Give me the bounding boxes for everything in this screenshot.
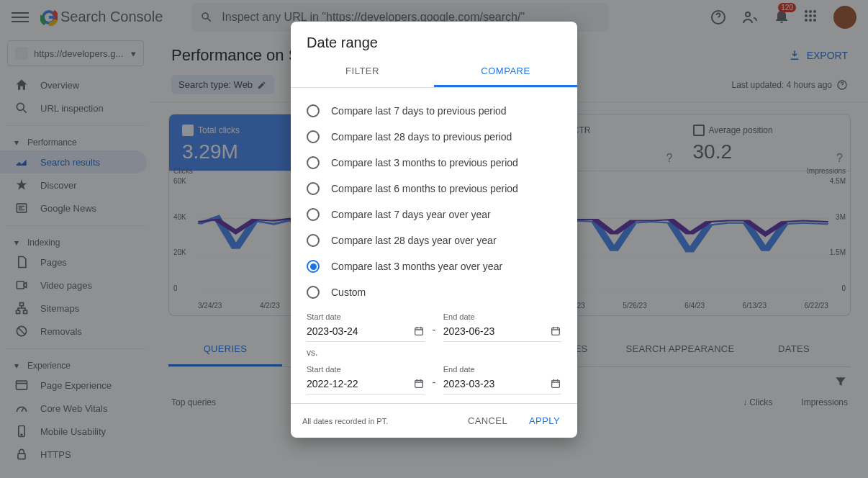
modal-tabs: FILTER COMPARE (291, 57, 577, 88)
compare-option-4[interactable]: Compare last 7 days year over year (307, 202, 561, 227)
modal-tab-compare[interactable]: COMPARE (434, 57, 577, 87)
compare-option-3[interactable]: Compare last 6 months to previous period (307, 176, 561, 202)
compare-option-1[interactable]: Compare last 28 days to previous period (307, 124, 561, 150)
date-range-dialog: Date range FILTER COMPARE Compare last 7… (291, 22, 577, 438)
radio-icon (307, 182, 320, 195)
vs-label: vs. (307, 348, 561, 358)
start-date-1[interactable]: Start date 2023-03-24 (307, 310, 425, 342)
cancel-button[interactable]: CANCEL (462, 411, 513, 430)
svg-rect-25 (415, 380, 423, 387)
svg-rect-24 (552, 328, 560, 335)
apply-button[interactable]: APPLY (523, 411, 566, 430)
start-date-2[interactable]: Start date 2022-12-22 (307, 362, 425, 394)
modal-note: All dates recorded in PT. (302, 417, 388, 425)
compare-option-5[interactable]: Compare last 28 days year over year (307, 227, 561, 253)
radio-icon (307, 208, 320, 221)
end-date-2[interactable]: End date 2023-03-23 (443, 362, 561, 394)
date-separator: - (432, 323, 435, 342)
date-separator: - (432, 376, 435, 394)
svg-rect-26 (552, 380, 560, 387)
modal-tab-filter[interactable]: FILTER (291, 57, 434, 87)
radio-icon (307, 104, 320, 117)
modal-footer: All dates recorded in PT. CANCEL APPLY (291, 403, 577, 438)
modal-title: Date range (291, 22, 577, 57)
compare-option-custom[interactable]: Custom (307, 279, 561, 305)
radio-icon (307, 234, 320, 247)
modal-scrim[interactable]: Date range FILTER COMPARE Compare last 7… (0, 0, 868, 478)
end-date-1[interactable]: End date 2023-06-23 (443, 310, 561, 342)
svg-rect-23 (415, 328, 423, 335)
radio-icon (307, 286, 320, 299)
calendar-icon (550, 325, 561, 337)
date-range-2: Start date 2022-12-22 - End date 2023-03… (307, 362, 561, 394)
calendar-icon (413, 378, 425, 389)
compare-option-0[interactable]: Compare last 7 days to previous period (307, 98, 561, 124)
radio-icon (307, 130, 320, 143)
compare-option-2[interactable]: Compare last 3 months to previous period (307, 150, 561, 176)
calendar-icon (413, 325, 425, 337)
modal-body: Compare last 7 days to previous period C… (291, 88, 577, 403)
compare-option-6[interactable]: Compare last 3 months year over year (307, 253, 561, 279)
calendar-icon (550, 378, 561, 389)
radio-icon (307, 156, 320, 169)
date-range-1: Start date 2023-03-24 - End date 2023-06… (307, 310, 561, 342)
radio-selected-icon (307, 260, 320, 273)
